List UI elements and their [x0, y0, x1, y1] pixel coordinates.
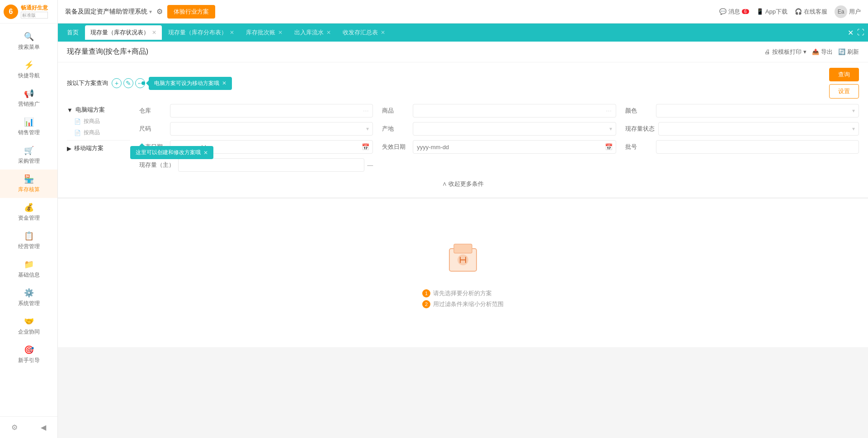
header-settings-icon[interactable]: ⚙ — [156, 7, 163, 16]
top-buttons: 查询 设置 — [829, 68, 859, 99]
produce-date-calendar-icon[interactable]: 📅 — [362, 143, 369, 151]
tab-close-batch-account[interactable]: ✕ — [278, 29, 283, 36]
sidebar-settings-icon[interactable]: ⚙ — [9, 421, 19, 433]
sidebar-item-label: 资金管理 — [18, 214, 40, 222]
goods-select[interactable]: ··· — [413, 104, 616, 118]
tab-close-collect-summary[interactable]: ✕ — [381, 29, 385, 36]
filter-add-btn[interactable]: + — [112, 78, 122, 88]
stock-qty-min[interactable] — [178, 158, 364, 172]
stock-status-select[interactable]: ▾ — [658, 122, 859, 136]
sidebar-item-label: 销售管理 — [18, 129, 40, 137]
scheme-tooltip2-text: 这里可以创建和修改方案哦 — [136, 149, 201, 156]
tab-close-inventory-dist[interactable]: ✕ — [230, 29, 234, 36]
tab-inventory-status[interactable]: 现存量（库存状况表） ✕ — [85, 25, 162, 40]
scheme-pc-item1[interactable]: 📄 按商品 — [74, 116, 130, 127]
origin-select[interactable]: ▾ — [413, 122, 616, 136]
trial-button[interactable]: 体验行业方案 — [167, 5, 215, 19]
collapse-label: 收起更多条件 — [448, 180, 484, 187]
sidebar-item-inventory[interactable]: 🏪 库存核算 — [0, 170, 57, 198]
system-name-select[interactable]: 装备及固定资产辅助管理系统 ▾ — [65, 8, 152, 16]
warehouse-dots: ··· — [363, 108, 369, 114]
export-btn[interactable]: 📤 导出 — [812, 48, 833, 56]
sidebar-item-quick[interactable]: ⚡ 快捷导航 — [0, 56, 57, 84]
filter-area: 按以下方案查询 + ✎ ← 电脑 — [58, 62, 868, 197]
tab-close-inventory-status[interactable]: ✕ — [152, 29, 156, 36]
tab-inventory-dist-label: 现存量（库存分布表） — [168, 28, 227, 37]
filter-edit-btn[interactable]: ✎ — [123, 78, 133, 88]
sidebar-collapse-icon[interactable]: ◀ — [39, 421, 48, 433]
sidebar-item-label: 新手引导 — [18, 357, 40, 364]
tip2-text: 用过滤条件来缩小分析范围 — [433, 300, 504, 308]
filter-row3: 生产日期 📅 失效日期 📅 — [139, 140, 859, 154]
batch-input[interactable] — [656, 140, 859, 154]
export-icon: 📤 — [812, 48, 819, 55]
scheme-mobile-arrow: ▶ — [67, 145, 71, 152]
search-button[interactable]: 查询 — [829, 68, 859, 81]
scheme-pc-parent[interactable]: ▼ 电脑端方案 — [67, 104, 130, 116]
logo-icon: 6 — [4, 5, 18, 19]
print-template-btn[interactable]: 🖨 按模板打印 ▾ — [764, 48, 807, 56]
message-label: 消息 — [728, 8, 740, 16]
top-header: 装备及固定资产辅助管理系统 ▾ ⚙ 体验行业方案 💬 消息 6 📱 App下载 … — [58, 0, 868, 24]
scheme-tooltip: 电脑方案可设为移动方案哦 ✕ — [149, 77, 232, 90]
service-icon: 🎧 — [795, 8, 802, 15]
page-title: 现存量查询(按仓库+商品) — [67, 47, 148, 57]
sidebar-item-search[interactable]: 🔍 搜索菜单 — [0, 27, 57, 56]
tab-batch-account[interactable]: 库存批次账 ✕ — [241, 25, 288, 40]
tab-inout-flow[interactable]: 出入库流水 ✕ — [289, 25, 336, 40]
online-service-action[interactable]: 🎧 在线客服 — [795, 8, 827, 16]
system-nav-icon: ⚙️ — [24, 288, 34, 298]
app-download-action[interactable]: 📱 App下载 — [756, 8, 788, 16]
refresh-btn[interactable]: 🔄 刷新 — [838, 48, 859, 56]
sidebar-item-enterprise[interactable]: 🤝 企业协同 — [0, 312, 57, 340]
size-label: 尺码 — [139, 125, 166, 133]
tab-collect-summary-label: 收发存汇总表 — [343, 28, 378, 37]
scheme-pc-item2[interactable]: 📄 按商品 — [74, 127, 130, 138]
scheme-tooltip-close[interactable]: ✕ — [222, 80, 226, 86]
sidebar-item-sales[interactable]: 📊 销售管理 — [0, 113, 57, 141]
tab-close-inout-flow[interactable]: ✕ — [326, 29, 331, 36]
collapse-row[interactable]: ∧ 收起更多条件 — [67, 176, 859, 192]
tab-bar-right: ✕ ⛶ — [848, 28, 864, 37]
sidebar-item-purchase[interactable]: 🛒 采购管理 — [0, 141, 57, 170]
chevron-down-icon: ▾ — [149, 9, 152, 15]
scheme-mobile-parent[interactable]: ▶ 移动端方案 — [67, 142, 130, 154]
sidebar-item-guide[interactable]: 🎯 新手引导 — [0, 340, 57, 369]
scheme-panel: ▼ 电脑端方案 📄 按商品 📄 按商品 — [67, 104, 130, 176]
scheme-tooltip2-close[interactable]: ✕ — [203, 150, 208, 156]
guide-nav-icon: 🎯 — [24, 345, 34, 355]
scheme-separator — [67, 140, 130, 141]
range-dash: — — [367, 162, 373, 169]
enterprise-nav-icon: 🤝 — [24, 316, 34, 326]
scheme-pc-item2-icon: 📄 — [74, 130, 81, 136]
sidebar-item-system[interactable]: ⚙️ 系统管理 — [0, 283, 57, 312]
size-select[interactable]: ▾ — [170, 122, 373, 136]
tab-inventory-dist[interactable]: 现存量（库存分布表） ✕ — [163, 25, 240, 40]
filter-field-stock-status: 现存量状态 ▾ — [625, 122, 859, 136]
sidebar-item-basic[interactable]: 📁 基础信息 — [0, 255, 57, 283]
expire-date-start[interactable] — [413, 140, 616, 154]
message-action[interactable]: 💬 消息 6 — [719, 8, 749, 16]
tab-close-all-icon[interactable]: ✕ — [848, 28, 854, 37]
tab-maximize-icon[interactable]: ⛶ — [857, 28, 864, 37]
online-service-label: 在线客服 — [804, 8, 827, 16]
tab-collect-summary[interactable]: 收发存汇总表 ✕ — [337, 25, 391, 40]
settings-button[interactable]: 设置 — [829, 84, 859, 99]
sidebar-item-finance[interactable]: 💰 资金管理 — [0, 198, 57, 226]
sales-nav-icon: 📊 — [24, 117, 34, 127]
scheme-tooltip2: 这里可以创建和修改方案哦 ✕ — [130, 146, 213, 159]
warehouse-select[interactable]: ··· — [170, 104, 373, 118]
tab-home-label: 首页 — [67, 28, 79, 37]
print-dropdown-icon: ▾ — [803, 48, 807, 55]
sidebar-item-label: 采购管理 — [18, 157, 40, 165]
warehouse-label: 仓库 — [139, 107, 166, 115]
sidebar-item-operation[interactable]: 📋 经营管理 — [0, 226, 57, 255]
user-action[interactable]: Ea 用户 — [835, 5, 861, 18]
sidebar-item-marketing[interactable]: 📢 营销推广 — [0, 84, 57, 113]
sidebar-item-label: 系统管理 — [18, 300, 40, 307]
scheme-pc-children: 📄 按商品 📄 按商品 — [67, 116, 130, 138]
quick-nav-icon: ⚡ — [24, 60, 34, 70]
expire-date-calendar-icon[interactable]: 📅 — [605, 143, 613, 151]
color-select[interactable]: ▾ — [656, 104, 859, 118]
tab-home[interactable]: 首页 — [61, 25, 84, 40]
